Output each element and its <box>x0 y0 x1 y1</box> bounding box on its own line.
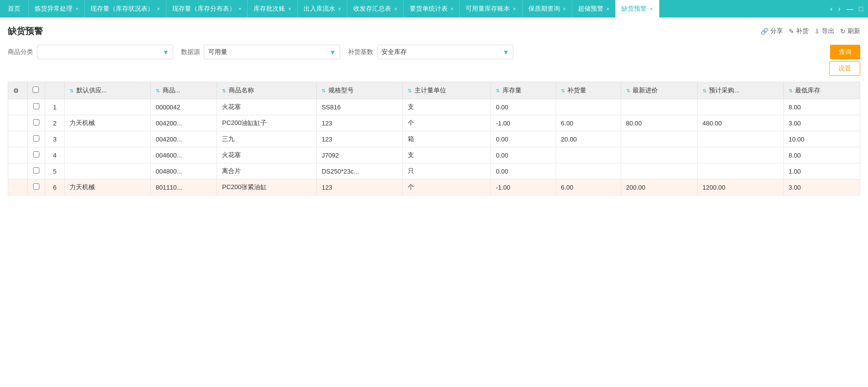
sort-icon: ⇅ <box>626 88 630 93</box>
nav-tab-6[interactable]: 要货单统计表 × <box>404 0 460 18</box>
replenish-button[interactable]: ✎ 补货 <box>789 27 809 35</box>
th-rownum <box>45 82 65 99</box>
close-icon[interactable]: × <box>338 6 341 12</box>
sort-icon: ⇅ <box>322 88 326 93</box>
nav-tab-8[interactable]: 保质期查询 × <box>523 0 572 18</box>
row-checkbox-cell[interactable] <box>28 147 45 163</box>
row-gear-cell <box>8 163 28 179</box>
close-icon[interactable]: × <box>650 6 652 12</box>
gear-icon: ⚙ <box>13 87 19 94</box>
nav-tab-10[interactable]: 缺货预警 × <box>615 0 659 18</box>
row-gear-cell <box>8 99 28 115</box>
table-row: 5 004800... 离合片 DS250*23c... 只 0.00 1.00 <box>8 163 860 179</box>
row-checkbox-cell[interactable] <box>28 163 45 179</box>
nav-tab-4[interactable]: 出入库流水 × <box>298 0 347 18</box>
row-checkbox-cell[interactable] <box>28 131 45 147</box>
nav-tab-2[interactable]: 现存量（库存分布表） × <box>166 0 248 18</box>
row-checkbox-cell[interactable] <box>28 99 45 115</box>
th-latest-price[interactable]: ⇅ 最新进价 <box>621 82 697 99</box>
row-est-purchase <box>697 131 783 147</box>
main-content: 缺货预警 🔗 分享 ✎ 补货 ⇩ 导出 ↻ 刷新 商品分类 <box>0 18 868 387</box>
row-product-name: PC200油缸缸子 <box>217 115 317 131</box>
row-checkbox-cell[interactable] <box>28 115 45 131</box>
sort-icon: ⇅ <box>703 88 706 93</box>
close-icon[interactable]: × <box>606 6 609 12</box>
row-latest-price <box>621 99 697 115</box>
nav-maximize-btn[interactable]: □ <box>856 3 866 15</box>
th-est-purchase[interactable]: ⇅ 预计采购... <box>697 82 783 99</box>
row-stock: 0.00 <box>491 131 556 147</box>
row-latest-price <box>621 163 697 179</box>
row-replenish-qty <box>556 99 621 115</box>
row-est-purchase: 480.00 <box>697 115 783 131</box>
nav-prev-btn[interactable]: ‹ <box>827 3 835 15</box>
th-product-code[interactable]: ⇅ 商品... <box>150 82 217 99</box>
nav-minimize-btn[interactable]: — <box>844 3 856 15</box>
row-product-name: 离合片 <box>217 163 317 179</box>
close-icon[interactable]: × <box>157 6 160 12</box>
th-supplier[interactable]: ⇅ 默认供应... <box>65 82 151 99</box>
close-icon[interactable]: × <box>513 6 516 12</box>
nav-bar: 首页 炼货异常处理 × 现存量（库存状况表） × 现存量（库存分布表） × 库存… <box>0 0 868 18</box>
row-number: 4 <box>45 147 65 163</box>
nav-home[interactable]: 首页 <box>0 0 29 18</box>
th-unit[interactable]: ⇅ 主计量单位 <box>403 82 491 99</box>
sort-icon: ⇅ <box>222 88 226 93</box>
nav-tab-1[interactable]: 现存量（库存状况表） × <box>85 0 166 18</box>
row-spec: 123 <box>317 131 403 147</box>
row-product-name: 三九 <box>217 131 317 147</box>
nav-tab-3[interactable]: 库存批次账 × <box>248 0 297 18</box>
category-chevron-icon: ▼ <box>163 49 169 56</box>
row-product-code: 004200... <box>150 131 217 147</box>
close-icon[interactable]: × <box>288 6 291 12</box>
th-spec[interactable]: ⇅ 规格型号 <box>317 82 403 99</box>
close-icon[interactable]: × <box>563 6 566 12</box>
nav-tab-0[interactable]: 炼货异常处理 × <box>29 0 85 18</box>
th-stock[interactable]: ⇅ 库存量 <box>491 82 556 99</box>
th-gear[interactable]: ⚙ <box>8 82 28 99</box>
settings-button[interactable]: 设置 <box>829 61 860 76</box>
row-product-code: 801110... <box>150 179 217 195</box>
select-all-checkbox[interactable] <box>33 87 39 93</box>
close-icon[interactable]: × <box>394 6 397 12</box>
share-button[interactable]: 🔗 分享 <box>760 27 783 35</box>
row-checkbox[interactable] <box>33 167 39 174</box>
replenish-icon: ✎ <box>789 28 794 35</box>
replenish-select[interactable]: 安全库存 ▼ <box>377 45 513 59</box>
th-product-name[interactable]: ⇅ 商品名称 <box>217 82 317 99</box>
row-checkbox[interactable] <box>33 151 39 158</box>
export-button[interactable]: ⇩ 导出 <box>814 27 834 35</box>
nav-tab-5[interactable]: 收发存汇总表 × <box>347 0 403 18</box>
nav-next-btn[interactable]: › <box>835 3 844 15</box>
row-checkbox-cell[interactable] <box>28 179 45 195</box>
row-latest-price <box>621 131 697 147</box>
row-gear-cell <box>8 147 28 163</box>
table-header-row: ⚙ ⇅ 默认供应... ⇅ 商品... ⇅ 商品名称 <box>8 82 860 99</box>
header-actions: 🔗 分享 ✎ 补货 ⇩ 导出 ↻ 刷新 <box>760 27 860 35</box>
row-product-code: 004600... <box>150 147 217 163</box>
row-min-stock: 10.00 <box>783 131 860 147</box>
row-checkbox[interactable] <box>33 135 39 141</box>
row-product-code: 0000042 <box>150 99 217 115</box>
th-checkbox[interactable] <box>28 82 45 99</box>
row-checkbox[interactable] <box>33 119 39 125</box>
th-min-stock[interactable]: ⇅ 最低库存 <box>783 82 860 99</box>
close-icon[interactable]: × <box>75 6 78 12</box>
row-checkbox[interactable] <box>33 103 39 109</box>
query-button[interactable]: 查询 <box>830 45 860 59</box>
row-replenish-qty <box>556 163 621 179</box>
category-select[interactable]: ▼ <box>37 45 173 59</box>
refresh-button[interactable]: ↻ 刷新 <box>840 27 860 35</box>
replenish-value: 安全库存 <box>381 48 407 56</box>
row-checkbox[interactable] <box>33 183 39 190</box>
close-icon[interactable]: × <box>238 6 241 12</box>
nav-tab-9[interactable]: 超储预警 × <box>572 0 615 18</box>
row-number: 6 <box>45 179 65 195</box>
page-header: 缺货预警 🔗 分享 ✎ 补货 ⇩ 导出 ↻ 刷新 <box>8 25 860 37</box>
sort-icon: ⇅ <box>496 88 500 93</box>
close-icon[interactable]: × <box>451 6 453 12</box>
table-row: 4 004600... 火花塞 J7092 支 0.00 8.00 <box>8 147 860 163</box>
th-replenish-qty[interactable]: ⇅ 补货量 <box>556 82 621 99</box>
nav-tab-7[interactable]: 可用量库存账本 × <box>460 0 522 18</box>
datasource-select[interactable]: 可用量 ▼ <box>204 45 340 59</box>
